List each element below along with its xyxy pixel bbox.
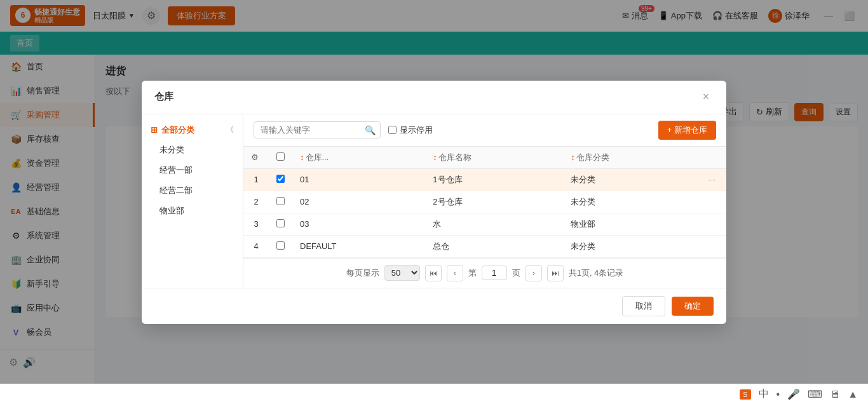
row-more[interactable] [701,191,726,213]
th-actions [701,147,726,169]
table-header-row: ⚙ ↕ 仓库... [243,147,726,169]
row-checkbox-cell[interactable] [269,191,292,213]
th-category[interactable]: ↕ 仓库分类 [563,147,701,169]
row-code: 02 [292,191,425,213]
new-warehouse-button[interactable]: + 新增仓库 [658,121,716,140]
category-item-property[interactable]: 物业部 [142,201,243,221]
confirm-button[interactable]: 确定 [672,297,714,316]
table-row[interactable]: 3 03 水 物业部 [243,213,726,235]
row-name: 1号仓库 [425,168,563,191]
row-checkbox[interactable] [276,197,285,205]
dot-icon: • [776,389,780,400]
page-unit: 页 [512,267,520,279]
row-category: 未分类 [563,191,701,213]
row-name: 2号仓库 [425,191,563,213]
category-title: ⊞ 全部分类 [151,125,194,136]
search-input[interactable] [254,121,381,138]
search-wrapper: 🔍 [254,121,381,138]
modal-overlay: 仓库 × ⊞ 全部分类 《 未分类 经营一部 经营二部 物业部 [0,0,868,404]
search-icon-button[interactable]: 🔍 [365,125,376,135]
first-page-button[interactable]: ⏮ [425,265,442,281]
table-row[interactable]: 2 02 2号仓库 未分类 [243,191,726,213]
row-checkbox[interactable] [276,219,285,227]
modal-body: ⊞ 全部分类 《 未分类 经营一部 经营二部 物业部 🔍 [142,114,726,288]
row-checkbox-cell[interactable] [269,213,292,235]
gear-header-icon: ⚙ [251,152,259,162]
show-disabled-label[interactable]: 显示停用 [388,125,433,136]
per-page-label: 每页显示 [346,267,379,279]
category-header[interactable]: ⊞ 全部分类 《 [142,121,243,140]
table-row[interactable]: 1 01 1号仓库 未分类 ··· [243,168,726,191]
cancel-button[interactable]: 取消 [622,296,665,316]
th-code[interactable]: ↕ 仓库... [292,147,425,169]
table-toolbar: 🔍 显示停用 + 新增仓库 [243,114,726,146]
row-category: 未分类 [563,168,701,191]
lang-icon[interactable]: 中 [759,387,769,401]
pagination: 每页显示 50 10 20 100 ⏮ ‹ 第 页 › ⏭ 共1页, 4条记录 [243,258,726,288]
show-disabled-checkbox[interactable] [388,126,397,134]
category-panel: ⊞ 全部分类 《 未分类 经营一部 经营二部 物业部 [142,114,243,288]
modal-close-button[interactable]: × [698,90,714,105]
th-name-sort-icon: ↕ [433,152,437,162]
category-item-unclassified[interactable]: 未分类 [142,140,243,160]
next-page-button[interactable]: › [526,265,542,281]
keyboard-icon[interactable]: ⌨ [808,388,822,400]
th-code-sort-icon: ↕ [300,152,304,162]
table-row[interactable]: 4 DEFAULT 总仓 未分类 [243,235,726,257]
row-category: 未分类 [563,235,701,257]
row-more[interactable] [701,235,726,257]
prev-page-button[interactable]: ‹ [447,265,463,281]
row-gear: 1 [243,168,269,191]
row-more[interactable] [701,213,726,235]
page-label: 第 [468,267,477,279]
page-size-select[interactable]: 50 10 20 100 [384,265,420,281]
arrow-icon[interactable]: ▲ [848,389,858,400]
row-more[interactable]: ··· [701,168,726,191]
modal-footer: 取消 确定 [142,288,726,324]
row-code: 03 [292,213,425,235]
th-cat-sort-icon: ↕ [571,152,575,162]
row-code: 01 [292,168,425,191]
th-name[interactable]: ↕ 仓库名称 [425,147,563,169]
select-all-checkbox[interactable] [276,152,285,161]
th-checkbox [269,147,292,169]
modal-title: 仓库 [154,91,173,103]
modal-header: 仓库 × [142,81,726,114]
warehouse-modal: 仓库 × ⊞ 全部分类 《 未分类 经营一部 经营二部 物业部 [142,81,726,324]
last-page-button[interactable]: ⏭ [547,265,564,281]
row-name: 总仓 [425,235,563,257]
category-title-text: 全部分类 [161,125,194,136]
row-checkbox[interactable] [276,175,285,183]
row-code: DEFAULT [292,235,425,257]
category-item-dept1[interactable]: 经营一部 [142,160,243,180]
data-table: ⚙ ↕ 仓库... [243,146,726,258]
table-panel: 🔍 显示停用 + 新增仓库 ⚙ [243,114,726,288]
more-icon[interactable]: ··· [709,175,715,184]
bottom-bar: S 中 • 🎤 ⌨ 🖥 ▲ [0,384,868,404]
row-checkbox[interactable] [276,241,285,250]
page-number-input[interactable] [482,266,507,280]
row-name: 水 [425,213,563,235]
mic-icon[interactable]: 🎤 [787,388,800,400]
category-item-dept2[interactable]: 经营二部 [142,180,243,201]
th-gear: ⚙ [243,147,269,169]
row-gear: 2 [243,191,269,213]
row-checkbox-cell[interactable] [269,235,292,257]
row-checkbox-cell[interactable] [269,168,292,191]
row-gear: 4 [243,235,269,257]
row-category: 物业部 [563,213,701,235]
monitor-icon[interactable]: 🖥 [830,389,840,400]
sougou-icon: S [740,389,750,400]
grid-icon: ⊞ [151,125,158,135]
total-info: 共1页, 4条记录 [569,267,624,279]
collapse-button[interactable]: 《 [226,125,234,135]
row-gear: 3 [243,213,269,235]
